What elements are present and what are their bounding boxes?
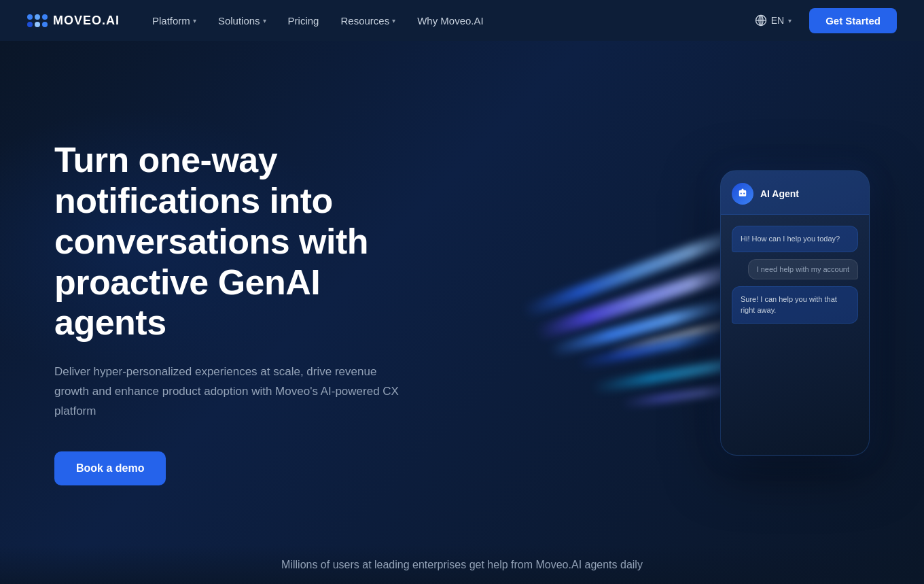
nav-item-resources[interactable]: Resources ▾ [332,10,404,32]
logo-text: MOVEO.AI [53,14,120,28]
nav-item-platform[interactable]: Platform ▾ [144,10,205,32]
phone-header: AI Agent [721,171,869,215]
logo-dot [42,14,48,20]
get-started-button[interactable]: Get Started [809,8,897,33]
logo-dot [35,22,40,27]
nav-link-pricing[interactable]: Pricing [280,10,327,32]
chevron-down-icon: ▾ [263,17,266,24]
book-demo-button[interactable]: Book a demo [54,451,166,485]
chevron-down-icon: ▾ [193,17,196,24]
language-label: EN [771,15,784,26]
nav-link-resources[interactable]: Resources ▾ [332,10,404,32]
hero-subtitle: Deliver hyper-personalized experiences a… [54,362,408,422]
chat-bubble-agent: Hi! How can I help you today? [732,226,858,252]
agent-avatar [732,183,753,205]
phone-body: Hi! How can I help you today? I need hel… [721,215,869,334]
logo-icon [27,14,48,27]
logo-dot [27,22,33,27]
nav-link-platform[interactable]: Platform ▾ [144,10,205,32]
nav-item-why-moveo[interactable]: Why Moveo.AI [409,10,492,32]
nav-left: MOVEO.AI Platform ▾ Solutions ▾ Pricing [27,10,492,32]
language-selector[interactable]: EN ▾ [748,10,798,31]
hero-content: Turn one-way notifications into conversa… [0,86,462,540]
nav-links: Platform ▾ Solutions ▾ Pricing Resources… [144,10,492,32]
nav-link-why-moveo[interactable]: Why Moveo.AI [409,10,492,32]
hero-title: Turn one-way notifications into conversa… [54,140,408,343]
nav-right: EN ▾ Get Started [748,8,897,33]
logo-dot [27,14,33,20]
nav-item-solutions[interactable]: Solutions ▾ [210,10,274,32]
hero-visual: AI Agent Hi! How can I help you today? I… [571,116,870,510]
logo[interactable]: MOVEO.AI [27,14,120,28]
robot-icon [736,188,749,200]
chat-bubble-user: I need help with my account [748,259,858,279]
logo-dot [42,22,48,27]
nav-item-pricing[interactable]: Pricing [280,10,327,32]
bottom-tagline: Millions of users at leading enterprises… [0,545,924,584]
nav-link-solutions[interactable]: Solutions ▾ [210,10,274,32]
chevron-down-icon: ▾ [788,17,792,24]
logo-dot [35,14,40,20]
hero-section: Turn one-way notifications into conversa… [0,41,924,584]
globe-icon [755,14,767,27]
chevron-down-icon: ▾ [392,17,395,24]
navbar: MOVEO.AI Platform ▾ Solutions ▾ Pricing [0,0,924,41]
phone-mockup: AI Agent Hi! How can I help you today? I… [720,170,870,456]
chat-bubble-agent-2: Sure! I can help you with that right awa… [732,286,858,324]
agent-label: AI Agent [760,188,799,199]
